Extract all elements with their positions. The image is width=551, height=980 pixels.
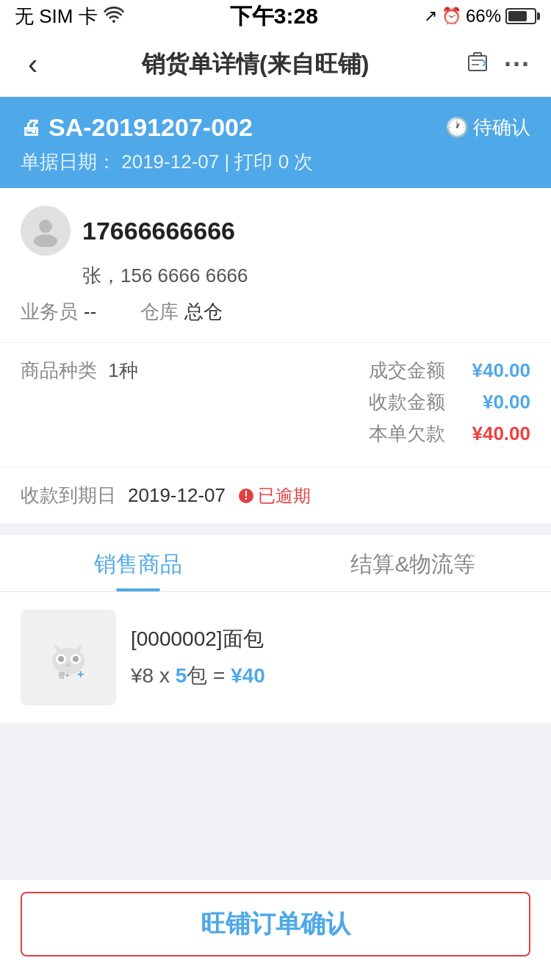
status-bar: 无 SIM 卡 下午3:28 ↗ ⏰ 66% [0,0,551,32]
goods-type-value: 1种 [108,359,137,381]
status-clock-icon: 🕐 [445,116,469,139]
svg-point-6 [58,656,64,662]
overdue-icon: ! [239,489,253,503]
product-thumbnail: + 管+ [21,610,116,705]
product-name: [0000002]面包 [131,625,530,653]
order-number: 🖨 SA-20191207-002 [21,113,253,142]
amount-label-owed: 本单欠款 [369,421,445,447]
svg-point-1 [39,220,52,233]
nav-bar: ‹ 销货单详情(来自旺铺) ··· [0,32,551,97]
amount-row-owed: 本单欠款 ¥40.00 [369,421,530,447]
order-header-top: 🖨 SA-20191207-002 🕐 待确认 [21,113,530,142]
back-button[interactable]: ‹ [21,40,45,88]
amount-row-received: 收款金额 ¥0.00 [369,389,530,415]
product-price-line: ¥8 x 5包 = ¥40 [131,662,530,690]
tabs-bar: 销售商品 结算&物流等 [0,535,551,592]
battery-icon [505,8,536,24]
amount-label-deal: 成交金额 [369,358,445,383]
confirm-order-button[interactable]: 旺铺订单确认 [21,892,530,956]
customer-meta: 业务员 -- 仓库 总仓 [21,299,530,325]
alarm-icon: ⏰ [442,7,461,26]
equal-sign: = [207,664,231,687]
warehouse-label: 仓库 [140,299,179,325]
svg-point-7 [73,656,79,662]
product-info: [0000002]面包 ¥8 x 5包 = ¥40 [131,625,530,690]
customer-amounts-block: 17666666666 张，156 6666 6666 业务员 -- 仓库 总仓… [0,188,551,523]
total-value: ¥40 [231,664,265,687]
goods-type-label: 商品种类 [21,359,97,381]
carrier-text: 无 SIM 卡 [15,4,98,29]
sales-value: -- [84,300,96,323]
warehouse-meta: 仓库 总仓 [140,299,223,325]
due-date-section: 收款到期日 2019-12-07 ! 已逾期 [0,467,551,523]
quantity-unit: 包 [187,664,207,687]
status-time: 下午3:28 [230,1,318,32]
tab-sales-goods[interactable]: 销售商品 [0,535,276,591]
product-list-item: + 管+ [0000002]面包 ¥8 x 5包 = ¥40 [0,592,551,723]
customer-info: 17666666666 张，156 6666 6666 业务员 -- 仓库 总仓 [0,188,551,343]
goods-type-block: 商品种类 1种 [21,358,138,383]
customer-avatar [21,206,71,256]
page-title: 销货单详情(来自旺铺) [142,48,369,81]
overdue-text: 已逾期 [258,484,311,508]
overdue-badge: ! 已逾期 [239,484,311,508]
quantity-value: 5 [176,664,187,687]
svg-text:+: + [77,668,84,680]
amount-row-deal: 成交金额 ¥40.00 [369,358,530,383]
sales-label: 业务员 [21,299,78,325]
svg-rect-0 [469,56,486,71]
order-icon: 🖨 [21,115,41,140]
customer-top: 17666666666 [21,206,530,256]
amount-value-deal: ¥40.00 [457,359,530,382]
customer-phone: 17666666666 [82,217,235,245]
amount-value-received: ¥0.00 [457,391,530,414]
amounts-section: 商品种类 1种 成交金额 ¥40.00 收款金额 ¥0.00 本单欠款 ¥40.… [0,343,551,467]
due-date-value: 2019-12-07 [128,484,226,507]
order-date-line: 单据日期： 2019-12-07 | 打印 0 次 [21,149,530,175]
warehouse-value: 总仓 [184,299,223,325]
due-date-label: 收款到期日 [21,483,116,508]
battery-percent: 66% [466,6,501,26]
status-carrier: 无 SIM 卡 [15,4,124,29]
order-header: 🖨 SA-20191207-002 🕐 待确认 单据日期： 2019-12-07… [0,97,551,188]
amounts-block: 成交金额 ¥40.00 收款金额 ¥0.00 本单欠款 ¥40.00 [369,358,530,453]
tab-settlement[interactable]: 结算&物流等 [276,535,551,591]
customer-name: 张，156 6666 6666 [82,263,530,289]
amount-value-owed: ¥40.00 [457,422,530,445]
sales-meta: 业务员 -- [21,299,96,325]
price-prefix: ¥8 x [131,664,176,687]
more-icon[interactable]: ··· [504,49,530,80]
amount-label-received: 收款金额 [369,389,445,415]
main-content: 🖨 SA-20191207-002 🕐 待确认 单据日期： 2019-12-07… [0,97,551,980]
order-status: 🕐 待确认 [445,115,530,140]
share-icon[interactable] [466,50,489,79]
wifi-icon [104,5,124,28]
location-icon: ↗ [424,7,437,26]
nav-actions: ··· [466,49,530,80]
status-indicators: ↗ ⏰ 66% [424,6,536,26]
svg-point-2 [34,234,57,247]
bottom-action-bar: 旺铺订单确认 [0,880,551,980]
svg-text:管+: 管+ [58,671,70,680]
